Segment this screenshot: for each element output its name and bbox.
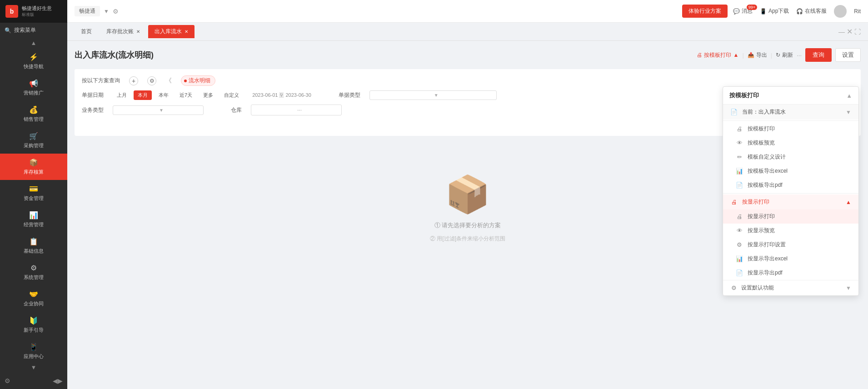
date-btn-this-year[interactable]: 本年 [155,90,173,100]
display-excel-label: 按显示导出excel [748,255,788,263]
sidebar-item-operations[interactable]: 📊 经营管理 [0,206,67,233]
topbar-gear-icon[interactable]: ⚙ [113,8,119,15]
dropdown-item-template-preview[interactable]: 👁 按模板预览 [723,136,858,150]
more-actions-icon[interactable]: ··· [797,52,802,59]
display-print-settings-label: 按显示打印设置 [748,241,786,249]
sidebar-nav: ⚡ 快捷导航 📢 营销推广 💰 销售管理 🛒 采购管理 📦 库存核算 💳 [0,48,67,362]
sidebar-item-marketing[interactable]: 📢 营销推广 [0,75,67,101]
dropdown-item-display-excel[interactable]: 📊 按显示导出excel [723,252,858,266]
warehouse-select[interactable]: ··· [251,105,342,115]
dropdown-current-section[interactable]: 📄 当前：出入库流水 ▼ [723,105,858,120]
date-btn-more[interactable]: 更多 [199,90,217,100]
template-preview-icon: 👁 [736,140,743,147]
sidebar-search[interactable]: 🔍 搜索菜单 [0,23,67,38]
sidebar-scroll-down[interactable]: ▼ [0,362,67,373]
sidebar-item-inventory[interactable]: 📦 库存核算 [0,154,67,180]
app-version: 标准版 [22,12,52,18]
display-print-section-header[interactable]: 🖨 按显示打印 ▲ [723,194,858,209]
template-print-btn[interactable]: 🖨 按模板打印 ▲ [697,51,738,59]
expand-page-icon[interactable]: ⛶ [854,28,861,35]
dropdown-item-template-print[interactable]: 🖨 按模板打印 [723,122,858,136]
display-pdf-label: 按显示导出pdf [748,269,783,277]
sidebar-item-system[interactable]: ⚙ 系统管理 [0,259,67,285]
filter-row-top: 按以下方案查询 + ⚙ 《 流水明细 [82,75,853,86]
dropdown-item-template-pdf[interactable]: 📄 按模板导出pdf [723,178,858,192]
tab-inout-flow-close[interactable]: ✕ [185,29,188,34]
search-icon: 🔍 [5,27,11,34]
sidebar-item-sales[interactable]: 💰 销售管理 [0,101,67,127]
filter-settings-btn[interactable]: ⚙ [147,76,156,85]
sidebar-item-label: 系统管理 [24,274,44,281]
date-range-display: 2023-06-01 至 2023-06-30 [252,92,311,99]
tab-home[interactable]: 首页 [75,25,98,38]
tab-inventory-batch-close[interactable]: ✕ [136,29,140,34]
dropdown-item-template-design[interactable]: ✏ 模板自定义设计 [723,150,858,164]
tab-home-label: 首页 [81,28,92,35]
sidebar-item-enterprise[interactable]: 🤝 企业协同 [0,285,67,312]
user-dropdown-icon[interactable]: ▼ [104,8,109,15]
export-btn[interactable]: 📤 导出 [748,51,767,59]
dropdown-item-display-pdf[interactable]: 📄 按显示导出pdf [723,266,858,280]
sidebar-item-purchase[interactable]: 🛒 采购管理 [0,127,67,154]
sidebar-item-app-center[interactable]: 📱 应用中心 [0,338,67,362]
filter-add-btn[interactable]: + [129,76,138,85]
empty-hint-1: ① 请先选择要分析的方案 [434,221,501,229]
user-name[interactable]: 畅捷通 [75,6,100,16]
dropdown-item-template-excel[interactable]: 📊 按模板导出excel [723,164,858,178]
sidebar-item-label: 经营管理 [24,221,44,228]
business-type-select[interactable]: ▼ [113,105,204,115]
display-preview-icon: 👁 [736,227,743,234]
dropdown-header: 按模板打印 ▲ [723,87,858,105]
dropdown-item-display-preview[interactable]: 👁 按显示预览 [723,224,858,238]
dropdown-item-display-print-settings[interactable]: ⚙ 按显示打印设置 [723,238,858,252]
date-btn-custom[interactable]: 自定义 [220,90,243,100]
app-logo-icon: b [5,5,18,18]
tab-inout-flow[interactable]: 出入库流水 ✕ [148,25,195,38]
dropdown-item-display-print[interactable]: 🖨 按显示打印 [723,209,858,224]
date-btn-this-month[interactable]: 本月 [134,90,152,100]
app-download-btn[interactable]: 📱 App下载 [760,7,789,15]
sidebar-item-finance[interactable]: 💳 资金管理 [0,180,67,206]
refresh-btn[interactable]: ↻ 刷新 [776,51,793,59]
sidebar-item-guide[interactable]: 🔰 新手引导 [0,312,67,338]
online-service-btn[interactable]: 🎧 在线客服 [796,7,827,15]
template-excel-label: 按模板导出excel [748,167,788,175]
date-btn-last-month[interactable]: 上月 [113,90,131,100]
sidebar-scroll-up[interactable]: ▲ [0,38,67,48]
current-section-arrow: ▼ [846,109,851,115]
operations-icon: 📊 [29,211,38,219]
dropdown-close-arrow[interactable]: ▲ [846,92,852,99]
business-type-label: 业务类型 [82,106,104,114]
date-btn-7days[interactable]: 近7天 [175,90,196,100]
service-icon: 🎧 [796,8,803,15]
query-button[interactable]: 查询 [805,48,832,62]
enterprise-icon: 🤝 [29,290,38,299]
filter-collapse-btn[interactable]: 《 [165,77,172,85]
settings-icon[interactable]: ⚙ [5,377,10,384]
doc-type-select[interactable]: ▼ [369,90,497,100]
page-header: 出入库流水(流水明细) 🖨 按模板打印 ▲ | 📤 导出 | ↻ [75,48,861,62]
template-preview-label: 按模板预览 [748,139,775,147]
collapse-sidebar-icon[interactable]: ◀▶ [53,377,63,384]
user-avatar[interactable] [834,5,847,18]
marketing-icon: 📢 [29,79,38,88]
display-print-icon: 🖨 [736,213,743,220]
date-label: 单据日期 [82,91,104,99]
filter-tag-flow[interactable]: 流水明细 [181,75,215,86]
export-label: 导出 [756,51,767,59]
close-page-icon[interactable]: ✕ [847,27,853,36]
template-pdf-icon: 📄 [736,182,743,189]
dropdown-footer[interactable]: ⚙ 设置默认功能 ▼ [723,280,858,295]
messages-btn[interactable]: 💬 消息 99+ [733,7,753,15]
sidebar-item-basic-info[interactable]: 📋 基础信息 [0,233,67,259]
sidebar-item-quick-nav[interactable]: ⚡ 快捷导航 [0,48,67,75]
display-print-section-arrow: ▲ [846,199,851,205]
trial-button[interactable]: 体验行业方案 [682,5,728,18]
warehouse-more-icon[interactable]: ··· [297,107,337,113]
action-divider2: | [771,52,772,59]
tabs-bar: 首页 库存批次账 ✕ 出入库流水 ✕ — ✕ ⛶ [67,23,868,41]
minimize-icon[interactable]: — [838,28,845,35]
tab-inventory-batch[interactable]: 库存批次账 ✕ [100,25,146,38]
settings-button[interactable]: 设置 [835,48,861,62]
sidebar-item-label: 营销推广 [24,90,44,96]
